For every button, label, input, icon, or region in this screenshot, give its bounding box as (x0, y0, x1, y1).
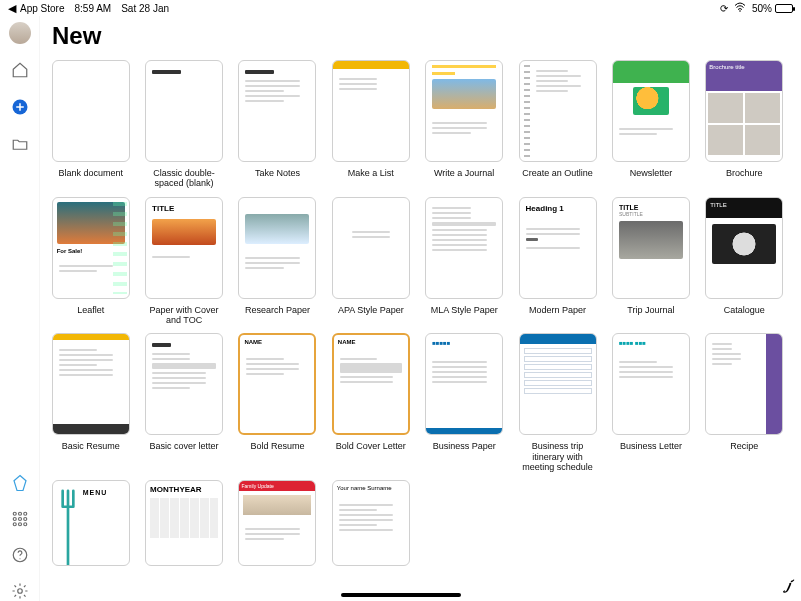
template-take-notes[interactable]: Take Notes (237, 60, 318, 189)
status-time: 8:59 AM (74, 3, 111, 14)
template-brochure[interactable]: Brochure title Brochure (704, 60, 785, 189)
thumb-title: MONTHYEAR (150, 485, 218, 494)
svg-point-6 (18, 518, 21, 521)
template-business-paper[interactable]: ■■■■■ Business Paper (424, 333, 505, 472)
template-menu[interactable]: MENU (50, 480, 131, 566)
template-label: Write a Journal (434, 168, 494, 178)
fork-icon (59, 489, 77, 557)
thumb-heading: Heading 1 (526, 204, 590, 213)
svg-point-7 (23, 518, 26, 521)
avatar[interactable] (9, 22, 31, 44)
template-label: Modern Paper (529, 305, 586, 315)
main-content: New Blank document Classic double-spaced… (40, 16, 801, 601)
template-recipe[interactable]: Recipe (704, 333, 785, 472)
template-business-letter[interactable]: ■■■■ ■■■ Business Letter (610, 333, 691, 472)
svg-point-0 (739, 10, 741, 12)
premium-icon[interactable] (10, 473, 30, 493)
template-leaflet[interactable]: For Sale! Leaflet (50, 197, 131, 326)
thumb-name: Your name Surname (337, 485, 392, 491)
thumb-title: MENU (83, 489, 108, 496)
svg-point-5 (13, 518, 16, 521)
template-family-newsletter[interactable]: Family Update (237, 480, 318, 566)
sidebar (0, 16, 40, 601)
thumb-heading: Brochure title (706, 61, 782, 91)
home-indicator[interactable] (341, 593, 461, 597)
back-caret-icon[interactable]: ◀ (8, 2, 16, 15)
template-business-trip-itinerary[interactable]: Business trip itinerary with meeting sch… (517, 333, 598, 472)
template-label: MLA Style Paper (431, 305, 498, 315)
thumb-name: NAME (244, 339, 310, 345)
svg-point-4 (23, 512, 26, 515)
template-label: Trip Journal (627, 305, 674, 315)
new-button[interactable] (9, 96, 31, 118)
help-icon[interactable] (10, 545, 30, 565)
template-newsletter[interactable]: Newsletter (610, 60, 691, 189)
template-basic-cover-letter[interactable]: Basic cover letter (143, 333, 224, 472)
template-bold-resume[interactable]: NAME Bold Resume (237, 333, 318, 472)
template-label: APA Style Paper (338, 305, 404, 315)
battery-indicator: 50% (752, 3, 793, 14)
template-label: Bold Resume (250, 441, 304, 451)
template-label: Leaflet (77, 305, 104, 315)
template-label: Catalogue (724, 305, 765, 315)
template-research-paper[interactable]: Research Paper (237, 197, 318, 326)
thumb-title: TITLE (619, 204, 683, 211)
template-apa-style-paper[interactable]: APA Style Paper (330, 197, 411, 326)
orientation-lock-icon: ⟳ (720, 3, 728, 14)
settings-icon[interactable] (10, 581, 30, 601)
template-paper-cover-toc[interactable]: TITLE Paper with Cover and TOC (143, 197, 224, 326)
template-make-a-list[interactable]: Make a List (330, 60, 411, 189)
thumb-title: TITLE (152, 204, 216, 213)
svg-point-2 (13, 512, 16, 515)
template-label: Make a List (348, 168, 394, 178)
template-label: Business Paper (433, 441, 496, 451)
thumb-name: NAME (338, 339, 404, 345)
template-trip-journal[interactable]: TITLESUBTITLE Trip Journal (610, 197, 691, 326)
template-label: Business trip itinerary with meeting sch… (517, 441, 598, 472)
battery-percent: 50% (752, 3, 772, 14)
back-app-label[interactable]: App Store (20, 3, 64, 14)
template-label: Business Letter (620, 441, 682, 451)
page-title: New (52, 22, 785, 50)
template-catalogue[interactable]: TITLE Catalogue (704, 197, 785, 326)
template-write-a-journal[interactable]: Write a Journal (424, 60, 505, 189)
apps-grid-icon[interactable] (10, 509, 30, 529)
template-cv[interactable]: Your name Surname (330, 480, 411, 566)
svg-point-9 (18, 523, 21, 526)
svg-point-13 (17, 589, 22, 594)
template-label: Basic Resume (62, 441, 120, 451)
template-label: Create an Outline (522, 168, 593, 178)
svg-point-12 (19, 558, 20, 559)
template-label: Recipe (730, 441, 758, 451)
template-grid: Blank document Classic double-spaced (bl… (50, 60, 785, 566)
svg-point-3 (18, 512, 21, 515)
template-bold-cover-letter[interactable]: NAME Bold Cover Letter (330, 333, 411, 472)
template-basic-resume[interactable]: Basic Resume (50, 333, 131, 472)
template-classic-double-spaced[interactable]: Classic double-spaced (blank) (143, 60, 224, 189)
template-label: Paper with Cover and TOC (143, 305, 224, 326)
template-calendar[interactable]: MONTHYEAR (143, 480, 224, 566)
template-label: Classic double-spaced (blank) (143, 168, 224, 189)
template-label: Take Notes (255, 168, 300, 178)
template-create-an-outline[interactable]: Create an Outline (517, 60, 598, 189)
folder-icon[interactable] (10, 134, 30, 154)
svg-point-8 (13, 523, 16, 526)
status-bar: ◀ App Store 8:59 AM Sat 28 Jan ⟳ 50% (0, 0, 801, 16)
svg-point-10 (23, 523, 26, 526)
template-label: Basic cover letter (150, 441, 219, 451)
template-mla-style-paper[interactable]: MLA Style Paper (424, 197, 505, 326)
wifi-icon (734, 2, 746, 14)
template-blank-document[interactable]: Blank document (50, 60, 131, 189)
thumb-title: Family Update (239, 481, 315, 491)
thumb-subtitle: SUBTITLE (619, 211, 683, 217)
template-label: Blank document (58, 168, 123, 178)
thumb-title: TITLE (706, 198, 782, 218)
template-label: Bold Cover Letter (336, 441, 406, 451)
template-label: Brochure (726, 168, 763, 178)
status-date: Sat 28 Jan (121, 3, 169, 14)
scribble-icon[interactable]: 𝓳 (786, 575, 789, 593)
home-icon[interactable] (10, 60, 30, 80)
template-modern-paper[interactable]: Heading 1 Modern Paper (517, 197, 598, 326)
template-label: Research Paper (245, 305, 310, 315)
template-label: Newsletter (630, 168, 673, 178)
